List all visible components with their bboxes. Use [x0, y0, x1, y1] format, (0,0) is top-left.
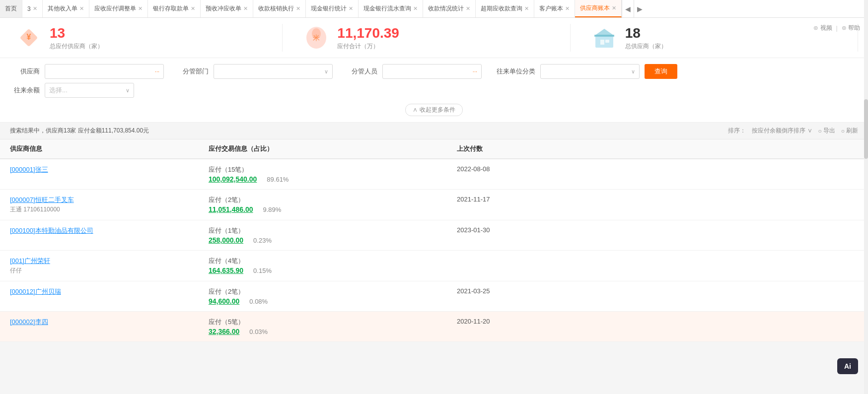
help-link[interactable]: ⊙ 帮助	[842, 24, 860, 32]
row-5-supplier: [000002]李四	[10, 318, 209, 328]
category-arrow-icon[interactable]: ∨	[631, 68, 635, 75]
row-1-transaction: 应付（2笔） 11,051,486.00 9.89%	[209, 196, 457, 213]
supplier-dots-icon[interactable]: ···	[155, 68, 159, 74]
row-5-supplier-link[interactable]: [000002]李四	[10, 318, 209, 327]
nav-tab-ar-ap-adjust-close[interactable]: ✕	[138, 5, 143, 12]
row-0-supplier-link[interactable]: [000001]张三	[10, 165, 209, 174]
stat-total-suppliers-info: 18 总供应商（家）	[625, 25, 667, 51]
row-0-tx-pct: 89.61%	[267, 176, 289, 183]
refresh-label: 刷新	[846, 127, 858, 135]
nav-tab-prepay-receivable-close[interactable]: ✕	[243, 5, 248, 12]
nav-tab-ar-ap-adjust-label: 应收应付调整单	[94, 4, 136, 13]
nav-tab-overdue-query-close[interactable]: ✕	[524, 5, 529, 12]
scrollbar-thumb[interactable]	[864, 99, 868, 159]
nav-arrow-right[interactable]: ▶	[634, 0, 646, 17]
dept-arrow-icon[interactable]: ∨	[324, 68, 328, 75]
row-4-tx-amount[interactable]: 94,600.00	[209, 297, 239, 305]
sort-value-text: 按应付余额倒序排序	[752, 127, 805, 134]
header-transaction: 应付交易信息（占比）	[209, 144, 457, 153]
row-2-supplier-link[interactable]: [000100]本特勤油品有限公司	[10, 226, 209, 235]
nav-tab-overdue-query[interactable]: 超期应收款查询 ✕	[476, 0, 534, 17]
row-2-tx-row: 258,000.00 0.23%	[209, 235, 457, 244]
nav-tab-payment-exec-close[interactable]: ✕	[296, 5, 300, 12]
balance-arrow-icon[interactable]: ∨	[126, 87, 130, 94]
nav-tab-bank-deposit[interactable]: 银行存取款单 ✕	[148, 0, 201, 17]
row-1-tx-amount[interactable]: 11,051,486.00	[209, 205, 253, 213]
row-3-tx-pct: 0.15%	[253, 267, 272, 274]
sort-value[interactable]: 按应付余额倒序排序 ∨	[752, 127, 812, 135]
row-2-tx-pct: 0.23%	[253, 237, 272, 244]
supplier-input[interactable]: ···	[45, 64, 164, 79]
nav-tab-cash-bank-flow[interactable]: 现金银行流水查询 ✕	[359, 0, 423, 17]
stat-card-ap-suppliers: ¥ 13 总应付供应商（家）	[10, 24, 283, 52]
stat-card-ap-total: 米 11,170.39 应付合计（万）	[283, 24, 570, 52]
nav-tab-other-income[interactable]: 其他收入单 ✕	[43, 0, 89, 17]
category-input[interactable]: ∨	[540, 64, 640, 79]
row-5-last-payment: 2020-11-20	[457, 318, 858, 325]
row-2-last-payment: 2023-01-30	[457, 226, 858, 234]
stat-ap-total-label: 应付合计（万）	[337, 42, 399, 51]
nav-tab-prepay-receivable[interactable]: 预收冲应收单 ✕	[201, 0, 253, 17]
svg-marker-6	[594, 29, 614, 36]
refresh-button[interactable]: ○ 刷新	[841, 127, 858, 135]
collapse-bar: ∧ 收起更多条件	[10, 102, 858, 116]
row-5-tx-amount[interactable]: 32,366.00	[209, 328, 239, 335]
svg-rect-8	[605, 40, 609, 43]
row-3-supplier: [001]广州荣轩 仔仔	[10, 257, 209, 275]
row-3-supplier-link[interactable]: [001]广州荣轩	[10, 257, 209, 265]
row-4-tx-pct: 0.08%	[249, 298, 268, 305]
row-1-tx-pct: 9.89%	[263, 206, 282, 213]
row-2-supplier: [000100]本特勤油品有限公司	[10, 226, 209, 236]
nav-tab-ar-ap-adjust[interactable]: 应收应付调整单 ✕	[89, 0, 148, 17]
nav-tab-home-label: 首页	[5, 4, 17, 13]
table-row: [000001]张三 应付（15笔） 100,092,540.00 89.61%…	[0, 159, 868, 190]
nav-tab-customer-ledger-close[interactable]: ✕	[565, 5, 570, 12]
row-0-tx-amount[interactable]: 100,092,540.00	[209, 175, 257, 183]
dept-input[interactable]: ∨	[214, 64, 333, 79]
filter-row-1: 供应商 ··· 分管部门 ∨ 分管人员 ··· 往来单位分类 ∨ 查询	[10, 64, 858, 79]
nav-tab-3-label: 3	[27, 5, 31, 12]
person-dots-icon[interactable]: ···	[473, 68, 477, 74]
row-2-tx-amount[interactable]: 258,000.00	[209, 236, 243, 244]
balance-input[interactable]: 选择... ∨	[45, 83, 134, 98]
nav-tab-cash-bank-flow-label: 现金银行流水查询	[363, 4, 411, 13]
collapse-button[interactable]: ∧ 收起更多条件	[405, 104, 462, 116]
row-3-tx-label: 应付（4笔）	[209, 257, 457, 265]
nav-tab-bank-deposit-close[interactable]: ✕	[191, 5, 195, 12]
dept-filter-label: 分管部门	[179, 67, 209, 76]
nav-tab-customer-ledger[interactable]: 客户账本 ✕	[534, 0, 575, 17]
nav-tab-supplier-ledger[interactable]: 供应商账本 ✕	[575, 0, 622, 17]
row-1-supplier-link[interactable]: [000007]恒旺二手叉车	[10, 196, 209, 204]
category-filter-label: 往来单位分类	[497, 67, 535, 76]
sort-arrow-icon: ∨	[807, 127, 812, 134]
person-input[interactable]: ···	[382, 64, 482, 79]
svg-rect-9	[594, 35, 614, 37]
nav-tab-3[interactable]: 3 ✕	[22, 0, 43, 17]
search-button[interactable]: 查询	[645, 64, 677, 79]
stat-total-suppliers-label: 总供应商（家）	[625, 42, 667, 51]
nav-tab-other-income-close[interactable]: ✕	[79, 5, 84, 12]
nav-tab-cash-bank-stats-close[interactable]: ✕	[349, 5, 353, 12]
nav-tab-3-close[interactable]: ✕	[33, 5, 37, 12]
video-link[interactable]: ⊙ 视频	[813, 24, 832, 32]
nav-tab-payment-stats-close[interactable]: ✕	[466, 5, 470, 12]
row-3-supplier-sub: 仔仔	[10, 266, 209, 275]
row-3-tx-amount[interactable]: 164,635.90	[209, 266, 243, 274]
nav-tab-payment-exec[interactable]: 收款核销执行 ✕	[253, 0, 306, 17]
stat-ap-suppliers-number: 13	[50, 25, 103, 42]
grain-icon: 米	[302, 24, 330, 52]
row-3-transaction: 应付（4笔） 164,635.90 0.15%	[209, 257, 457, 274]
nav-tab-payment-exec-label: 收款核销执行	[258, 4, 294, 13]
nav-tab-payment-stats[interactable]: 收款情况统计 ✕	[423, 0, 476, 17]
stat-ap-total-number: 11,170.39	[337, 25, 399, 42]
export-button[interactable]: ○ 导出	[818, 127, 835, 135]
nav-tab-home[interactable]: 首页	[0, 0, 22, 17]
nav-arrow-left[interactable]: ◀	[622, 0, 634, 17]
row-4-supplier-link[interactable]: [000012]广州贝瑞	[10, 287, 209, 296]
nav-tab-customer-ledger-label: 客户账本	[539, 4, 563, 13]
row-0-supplier: [000001]张三	[10, 165, 209, 175]
nav-tab-supplier-ledger-close[interactable]: ✕	[612, 5, 616, 11]
scrollbar-track[interactable]	[864, 0, 868, 342]
nav-tab-cash-bank-stats[interactable]: 现金银行统计 ✕	[306, 0, 359, 17]
nav-tab-cash-bank-flow-close[interactable]: ✕	[413, 5, 418, 12]
